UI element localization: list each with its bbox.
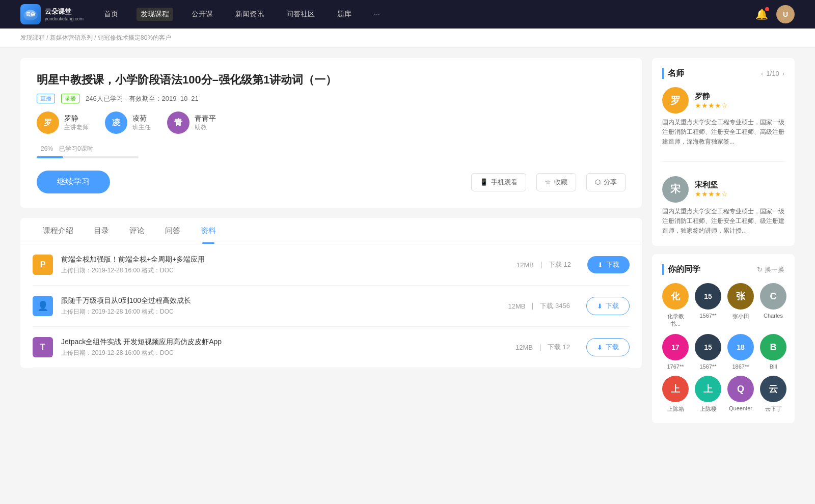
prev-teacher-btn[interactable]: ‹ [761,70,763,77]
resource-icon-0: P [33,255,53,275]
breadcrumb: 发现课程 / 新媒体营销系列 / 销冠修炼术摘定80%的客户 [0,29,815,48]
classmate-10: Q Queenter [727,376,754,413]
download-button-0[interactable]: ⬇ 下载 [587,256,630,273]
right-sidebar: 名师 ‹ 1/10 › 罗 罗静 ★★★★☆ [652,58,795,431]
nav-quiz[interactable]: 题库 [333,8,356,21]
breadcrumb-item-2: 销冠修炼术摘定80%的客户 [98,34,171,41]
resource-item-1: 👤 跟随千万级项目从0到100全过程高效成长 上传日期：2019-12-28 1… [33,286,630,327]
logo[interactable]: 云朵 云朵课堂 yundouketang.com [20,4,84,24]
classmate-name-4: 1767** [667,363,684,370]
classmate-avatar-1: 15 [695,283,721,310]
nav-news[interactable]: 新闻资讯 [231,8,268,21]
progress-bar [37,156,139,158]
progress-fill [37,156,63,158]
sidebar-teacher-desc-0: 国内某重点大学安全工程专业硕士，国家一级注册消防工程师、注册安全工程师、高级注册… [662,118,784,147]
classmate-name-1: 1567** [699,313,716,319]
continue-button[interactable]: 继续学习 [37,171,110,193]
resource-info-2: Jetpack全组件实战 开发短视频应用高仿皮皮虾App 上传日期：2019-1… [61,338,507,357]
course-meta-text: 246人已学习 · 有效期至：2019–10–21 [86,94,199,103]
resource-item-2: T Jetpack全组件实战 开发短视频应用高仿皮皮虾App 上传日期：2019… [33,327,630,368]
teacher-2: 青 青青平 助教 [167,111,216,134]
classmate-avatar-9: 上 [695,376,721,402]
classmates-refresh-btn[interactable]: ↻ 换一换 [757,265,784,274]
sidebar-teacher-top-0: 罗 罗静 ★★★★☆ [662,87,784,114]
mobile-watch-link[interactable]: 📱 手机观看 [471,173,526,191]
classmate-avatar-7: B [760,334,786,360]
user-avatar-nav[interactable]: U [776,5,795,23]
left-content: 明星中教授课，小学阶段语法100分–强化级第1讲动词（一） 直播 录播 246人… [20,58,642,431]
classmate-name-8: 上陈箱 [667,405,684,413]
favorite-link[interactable]: ☆ 收藏 [536,173,576,191]
sidebar-teacher-stars-1: ★★★★☆ [695,190,728,198]
badge-live: 直播 [37,94,55,103]
sidebar-teacher-name-0: 罗静 [695,92,728,101]
classmate-avatar-6: 18 [727,334,754,360]
download-button-2[interactable]: ⬇ 下载 [586,338,630,356]
resource-name-2: Jetpack全组件实战 开发短视频应用高仿皮皮虾App [61,338,507,347]
share-icon: ⬡ [595,178,601,186]
notification-dot [765,7,769,11]
resource-meta-0: 上传日期：2019-12-28 16:00 格式：DOC [61,266,508,275]
classmates-title-text: 你的同学 [662,264,700,275]
classmate-name-0: 化学教书... [662,313,689,328]
download-button-1[interactable]: ⬇ 下载 [586,297,630,315]
nav-home[interactable]: 首页 [100,8,122,21]
classmates-grid: 化 化学教书... 15 1567** 张 张小田 C Charles 17 [662,283,784,413]
share-link[interactable]: ⬡ 分享 [586,173,626,191]
main-layout: 明星中教授课，小学阶段语法100分–强化级第1讲动词（一） 直播 录播 246人… [0,48,815,441]
nav-public[interactable]: 公开课 [187,8,217,21]
course-meta: 直播 录播 246人已学习 · 有效期至：2019–10–21 [37,94,626,103]
tabs-header: 课程介绍 目录 评论 问答 资料 [20,218,642,244]
teacher-sidebar-list: 罗 罗静 ★★★★☆ 国内某重点大学安全工程专业硕士，国家一级注册消防工程师、注… [662,87,784,236]
resource-name-0: 前端全栈加强版！前端全栈+全周期+多端应用 [61,255,508,264]
classmate-avatar-4: 17 [662,334,689,360]
resource-name-1: 跟随千万级项目从0到100全过程高效成长 [61,296,500,305]
classmate-0: 化 化学教书... [662,283,689,328]
classmate-avatar-0: 化 [662,283,689,310]
resource-icon-2: T [33,337,53,357]
sidebar-teacher-stars-0: ★★★★☆ [695,101,728,109]
breadcrumb-item-1[interactable]: 新媒体营销系列 [50,34,93,41]
course-title: 明星中教授课，小学阶段语法100分–强化级第1讲动词（一） [37,72,626,88]
next-teacher-btn[interactable]: › [782,70,784,77]
logo-sub: yundouketang.com [45,16,84,21]
teacher-info-2: 青青平 助教 [195,114,216,132]
divider-0 [662,161,784,162]
teacher-0: 罗 罗静 主讲老师 [37,111,89,134]
classmate-name-9: 上陈楼 [700,405,717,413]
classmate-6: 18 1867** [727,334,754,370]
badge-record: 录播 [61,94,79,103]
tab-review[interactable]: 评论 [119,218,155,244]
classmate-name-5: 1567** [699,363,716,370]
classmate-8: 上 上陈箱 [662,376,689,413]
tab-qa[interactable]: 问答 [155,218,191,244]
progress-section: 26% 已学习0课时 [37,144,626,158]
logo-name: 云朵课堂 [45,7,84,16]
classmate-1: 15 1567** [695,283,721,328]
classmate-4: 17 1767** [662,334,689,370]
breadcrumb-item-0[interactable]: 发现课程 [20,34,45,41]
teacher-1: 凌 凌荷 班主任 [105,111,151,134]
nav-more[interactable]: ··· [370,8,384,20]
course-actions: 继续学习 📱 手机观看 ☆ 收藏 ⬡ 分享 [37,171,626,193]
teachers-sidebar-title: 名师 [662,68,684,79]
classmate-name-10: Queenter [729,405,752,411]
mobile-icon: 📱 [480,178,488,186]
refresh-icon: ↻ [757,266,763,273]
classmate-name-11: 云下丁 [765,405,782,413]
tab-intro[interactable]: 课程介绍 [33,218,84,244]
sidebar-teacher-avatar-0: 罗 [662,87,689,114]
teacher-info-1: 凌荷 班主任 [132,114,151,132]
nav-qa[interactable]: 问答社区 [282,8,319,21]
nav-discover[interactable]: 发现课程 [137,8,173,21]
teachers-list: 罗 罗静 主讲老师 凌 凌荷 班主任 青 青青平 [37,111,626,134]
navigation: 云朵 云朵课堂 yundouketang.com 首页 发现课程 公开课 新闻资… [0,0,815,29]
tab-resource[interactable]: 资料 [191,218,226,244]
classmate-avatar-11: 云 [760,376,786,402]
notification-bell[interactable]: 🔔 [755,8,768,20]
sidebar-teacher-name-1: 宋利坚 [695,180,728,190]
star-icon: ☆ [545,178,551,186]
teacher-avatar-2: 青 [167,111,189,134]
resource-item-0: P 前端全栈加强版！前端全栈+全周期+多端应用 上传日期：2019-12-28 … [33,244,630,286]
tab-catalog[interactable]: 目录 [84,218,119,244]
